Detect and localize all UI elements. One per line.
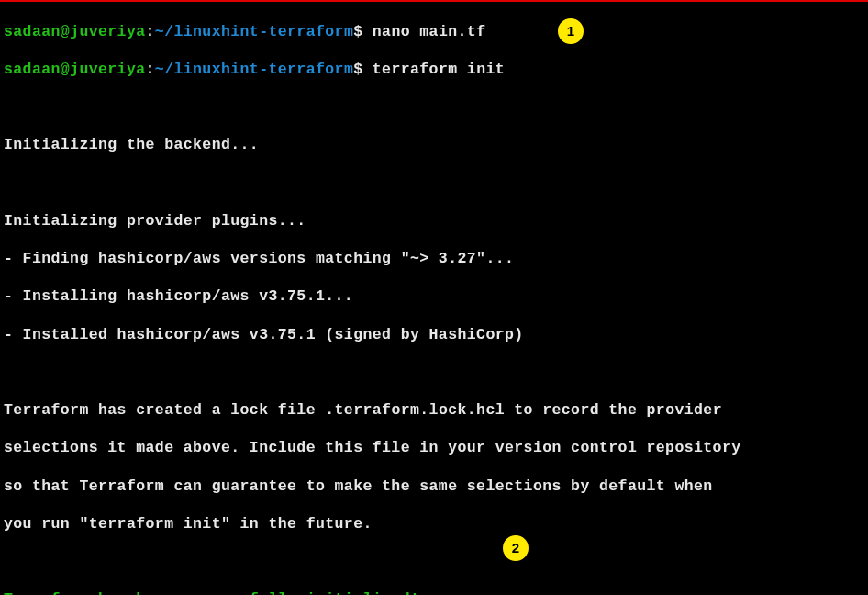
output-lock-line: selections it made above. Include this f… bbox=[4, 439, 864, 458]
cmd-terraform-init: terraform init bbox=[373, 61, 505, 78]
output-blank bbox=[4, 553, 864, 572]
callout-badge-2: 2 bbox=[501, 533, 530, 563]
terminal-output[interactable]: sadaan@juveriya:~/linuxhint-terraform$ n… bbox=[0, 2, 868, 595]
prompt-line: sadaan@juveriya:~/linuxhint-terraform$ t… bbox=[4, 61, 864, 80]
cmd-nano: nano main.tf bbox=[373, 23, 486, 40]
prompt-dollar: $ bbox=[353, 23, 362, 40]
output-success: Terraform has been successfully initiali… bbox=[4, 590, 864, 595]
prompt-user: sadaan@juveriya bbox=[4, 23, 146, 40]
output-installed: - Installed hashicorp/aws v3.75.1 (signe… bbox=[4, 326, 864, 345]
prompt-dollar: $ bbox=[353, 61, 362, 78]
output-lock-pre: Terraform has created a lock file bbox=[4, 401, 325, 419]
output-lock-file: .terraform.lock.hcl bbox=[325, 401, 505, 419]
prompt-user: sadaan@juveriya bbox=[4, 61, 146, 78]
prompt-colon: : bbox=[146, 61, 155, 78]
output-blank bbox=[4, 364, 864, 383]
output-blank bbox=[4, 174, 864, 194]
output-finding: - Finding hashicorp/aws versions matchin… bbox=[4, 250, 864, 269]
output-lock-line: Terraform has created a lock file .terra… bbox=[4, 401, 864, 421]
output-lock-line: so that Terraform can guarantee to make … bbox=[4, 477, 864, 497]
output-lock-post: to record the provider bbox=[505, 401, 722, 419]
prompt-path: ~/linuxhint-terraform bbox=[155, 23, 353, 40]
output-lock-line: you run "terraform init" in the future. bbox=[4, 515, 864, 534]
output-installing: - Installing hashicorp/aws v3.75.1... bbox=[4, 287, 864, 307]
prompt-line: sadaan@juveriya:~/linuxhint-terraform$ n… bbox=[4, 23, 864, 42]
output-init-plugins: Initializing provider plugins... bbox=[4, 212, 864, 231]
prompt-colon: : bbox=[146, 23, 155, 40]
callout-badge-1: 1 bbox=[556, 17, 585, 46]
output-init-backend: Initializing the backend... bbox=[4, 136, 864, 155]
output-blank bbox=[4, 98, 864, 118]
prompt-path: ~/linuxhint-terraform bbox=[155, 61, 353, 78]
